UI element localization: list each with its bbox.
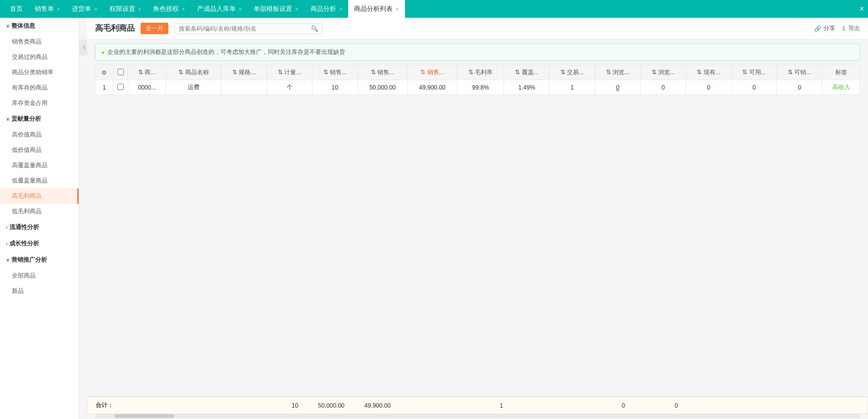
footer-label: 合计：: [96, 401, 113, 410]
sidebar-item-high-value[interactable]: 高价值商品: [0, 127, 79, 142]
col-spec[interactable]: ⇅ 规格...: [221, 65, 267, 80]
col-sales3[interactable]: ⇅ 销售...: [408, 65, 457, 80]
sidebar-item-low-coverage[interactable]: 低覆盖量商品: [0, 173, 79, 188]
col-checkbox[interactable]: [113, 65, 128, 80]
horizontal-scrollbar[interactable]: [95, 414, 860, 418]
nav-product-analysis-list[interactable]: 商品分析列表 ×: [348, 0, 405, 18]
select-all-checkbox[interactable]: [117, 69, 124, 75]
close-icon[interactable]: ×: [396, 6, 399, 12]
col-sales2[interactable]: ⇅ 销售...: [357, 65, 407, 80]
sidebar: ∨ 整体信息 销售类商品 交易过的商品 商品分类助销率 有库存的商品 库存资金占…: [0, 18, 79, 419]
row-transaction: 1: [550, 80, 595, 95]
close-icon[interactable]: ×: [339, 6, 342, 12]
row-available: 0: [731, 80, 777, 95]
arrow-icon: ∨: [6, 257, 9, 263]
sidebar-group-overall[interactable]: ∨ 整体信息: [0, 18, 79, 34]
sidebar-item-sales-goods[interactable]: 销售类商品: [0, 34, 79, 49]
col-sales1[interactable]: ⇅ 销售...: [312, 65, 358, 80]
sidebar-item-high-coverage[interactable]: 高覆盖量商品: [0, 158, 79, 173]
nav-product-entry[interactable]: 产成品入库单 ×: [191, 0, 248, 18]
browse1-link[interactable]: 0: [616, 84, 619, 91]
export-button[interactable]: ⇩ 导出: [841, 24, 860, 33]
scrollbar-thumb[interactable]: [115, 414, 174, 418]
col-unit[interactable]: ⇅ 计量...: [267, 65, 312, 80]
close-icon[interactable]: ×: [94, 6, 97, 12]
sort-icon: ⇅: [652, 69, 657, 76]
col-browse2[interactable]: ⇅ 浏览...: [640, 65, 686, 80]
sidebar-group-marketing[interactable]: ∨ 营销推广分析: [0, 252, 79, 268]
sidebar-item-all-goods[interactable]: 全部商品: [0, 268, 79, 283]
share-button[interactable]: 🔗 分享: [814, 24, 835, 33]
close-icon[interactable]: ×: [138, 6, 141, 12]
search-input[interactable]: [179, 25, 311, 32]
row-coverage: 1.49%: [504, 80, 550, 95]
footer-transaction: 1: [500, 402, 503, 409]
sort-icon: ⇅: [468, 69, 473, 76]
nav-sales[interactable]: 销售单 ×: [29, 0, 66, 18]
footer-sales2: 50,000.00: [318, 402, 344, 409]
period-button[interactable]: 近一月: [141, 23, 168, 34]
nav-purchase[interactable]: 进货单 ×: [66, 0, 103, 18]
sort-icon: ⇅: [606, 69, 611, 76]
sort-icon: ⇅: [788, 69, 793, 76]
share-icon: 🔗: [814, 25, 821, 32]
col-coverage[interactable]: ⇅ 覆盖...: [504, 65, 550, 80]
row-check[interactable]: [117, 84, 124, 90]
close-all-button[interactable]: ×: [860, 4, 864, 13]
col-code[interactable]: ⇅ 商...: [128, 65, 166, 80]
table-container[interactable]: ⚙ ⇅ 商... ⇅ 商品名称 ⇅ 规格... ⇅ 计量... ⇅ 销售... …: [95, 65, 860, 396]
sidebar-item-in-stock[interactable]: 有库存的商品: [0, 80, 79, 95]
nav-role[interactable]: 角色授权 ×: [147, 0, 191, 18]
sidebar-item-high-margin[interactable]: 高毛利商品: [0, 188, 79, 204]
sidebar-group-contribution[interactable]: ∨ 贡献量分析: [0, 111, 79, 127]
sort-icon: ⇅: [697, 69, 702, 76]
sidebar-group-growth[interactable]: › 成长性分析: [0, 235, 79, 252]
nav-template[interactable]: 单据模板设置 ×: [248, 0, 304, 18]
col-current[interactable]: ⇅ 现有...: [686, 65, 731, 80]
arrow-icon: ∨: [6, 116, 9, 122]
col-tag[interactable]: 标签: [822, 65, 860, 80]
content-area: 高毛利商品 近一月 🔍 🔗 分享 ⇩ 导出 ♦ 企业的主要的利润都是这部分商品创…: [87, 18, 868, 419]
sidebar-item-low-margin[interactable]: 低毛利商品: [0, 204, 79, 219]
sort-icon: ⇅: [515, 69, 520, 76]
nav-home[interactable]: 首页: [4, 0, 29, 18]
page-title: 高毛利商品: [95, 23, 135, 34]
row-current: 0: [686, 80, 731, 95]
footer-available: 0: [675, 402, 678, 409]
col-settings[interactable]: ⚙: [96, 65, 113, 80]
col-name[interactable]: ⇅ 商品名称: [166, 65, 221, 80]
sort-icon: ⇅: [561, 69, 565, 76]
col-available[interactable]: ⇅ 可用...: [731, 65, 777, 80]
sidebar-item-low-value[interactable]: 低价值商品: [0, 142, 79, 158]
sidebar-collapse-button[interactable]: 《: [79, 40, 87, 55]
sort-icon: ⇅: [178, 69, 183, 76]
sidebar-item-traded-goods[interactable]: 交易过的商品: [0, 49, 79, 65]
main-layout: ∨ 整体信息 销售类商品 交易过的商品 商品分类助销率 有库存的商品 库存资金占…: [0, 18, 868, 419]
settings-icon[interactable]: ⚙: [102, 69, 107, 76]
search-icon[interactable]: 🔍: [311, 25, 318, 32]
col-saleable[interactable]: ⇅ 可销...: [777, 65, 822, 80]
col-transaction[interactable]: ⇅ 交易...: [550, 65, 595, 80]
sidebar-item-category-sales-rate[interactable]: 商品分类助销率: [0, 65, 79, 80]
row-checkbox[interactable]: [113, 80, 128, 95]
info-bar: ♦ 企业的主要的利润都是这部分商品创造的，可考虑加大推广，同时关注库存是不要出现…: [95, 44, 860, 61]
row-saleable: 0: [777, 80, 822, 95]
col-browse1[interactable]: ⇅ 浏览...: [595, 65, 641, 80]
sort-icon: ⇅: [278, 69, 283, 76]
sidebar-item-stock-capital[interactable]: 库存资金占用: [0, 95, 79, 111]
sidebar-item-new-goods[interactable]: 新品: [0, 283, 79, 299]
nav-permission[interactable]: 权限设置 ×: [103, 0, 147, 18]
row-browse1[interactable]: 0: [595, 80, 641, 95]
sidebar-group-liquidity[interactable]: › 流通性分析: [0, 219, 79, 235]
col-gross-rate[interactable]: ⇅ 毛利率: [457, 65, 504, 80]
close-icon[interactable]: ×: [295, 6, 298, 12]
sort-icon: ⇅: [742, 69, 747, 76]
nav-product-analysis[interactable]: 商品分析 ×: [305, 0, 348, 18]
close-icon[interactable]: ×: [182, 6, 185, 12]
close-icon[interactable]: ×: [239, 6, 242, 12]
close-icon[interactable]: ×: [57, 6, 60, 12]
top-navigation: 首页 销售单 × 进货单 × 权限设置 × 角色授权 × 产成品入库单 × 单据…: [0, 0, 868, 18]
row-code: 0000...: [128, 80, 166, 95]
row-sales1: 10: [312, 80, 358, 95]
sort-icon: ⇅: [232, 69, 237, 76]
